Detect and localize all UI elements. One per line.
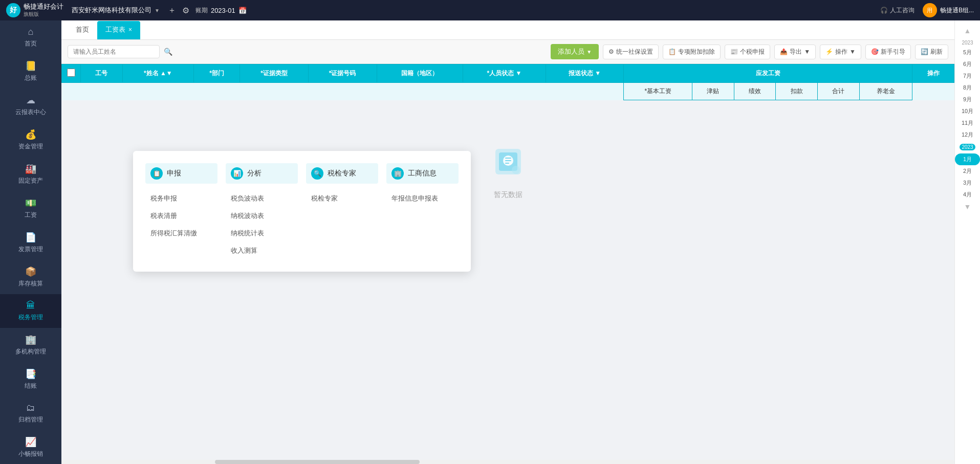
menu-item-income-tax[interactable]: 所得税汇算清缴 <box>145 225 217 242</box>
report-icon: 📈 <box>25 436 36 448</box>
expert-label: 税检专家 <box>311 194 338 202</box>
timeline-month-8[interactable]: 8月 <box>955 82 980 94</box>
tax-wave-label: 纳税波动表 <box>231 212 264 219</box>
analysis-title: 分析 <box>247 169 262 178</box>
timeline-month-11[interactable]: 11月 <box>955 117 980 129</box>
tab-home[interactable]: 首页 <box>68 21 97 39</box>
timeline-month-7[interactable]: 7月 <box>955 70 980 82</box>
sidebar-item-label: 发票管理 <box>18 245 43 254</box>
home-icon: ⌂ <box>28 27 34 37</box>
company-selector[interactable]: 西安虾米网络科技有限公司 ▼ <box>72 6 160 15</box>
sidebar-item-label: 库存核算 <box>18 279 43 288</box>
settings-icon[interactable]: ⚙ <box>182 6 189 15</box>
sub-col-pension: 养老金 <box>859 83 912 100</box>
add-icon[interactable]: ＋ <box>168 5 176 16</box>
spacer-header <box>62 83 624 100</box>
declare-section-title: 📋 申报 <box>145 163 217 184</box>
special-deduction-button[interactable]: 📋 专项附加扣除 <box>663 45 721 59</box>
service-label: 人工咨询 <box>890 6 914 15</box>
timeline-month-3[interactable]: 3月 <box>955 177 980 189</box>
timeline-up-nav[interactable]: ▲ <box>962 25 973 37</box>
menu-item-tax-stats[interactable]: 纳税统计表 <box>226 225 298 242</box>
tax-form-label: 税表清册 <box>150 212 177 219</box>
annual-report-label: 年报信息申报表 <box>391 194 438 202</box>
expert-icon: 🔍 <box>311 167 323 180</box>
tab-close-icon[interactable]: × <box>128 26 132 33</box>
sidebar-item-salary[interactable]: 💵 工资 <box>0 191 61 226</box>
col-wage-group: 应发工资 <box>624 64 912 83</box>
horizontal-scrollbar[interactable] <box>61 460 954 464</box>
user-area[interactable]: 用 畅捷通B组... <box>923 3 974 17</box>
timeline-month-5[interactable]: 5月 <box>955 47 980 58</box>
export-icon: 📤 <box>780 48 788 55</box>
refresh-button[interactable]: 🔄 刷新 <box>915 45 948 59</box>
add-person-button[interactable]: 添加人员 ▼ <box>551 44 599 59</box>
logo-icon: 好 <box>6 3 20 17</box>
sidebar-item-home[interactable]: ⌂ 首页 <box>0 20 61 54</box>
sidebar-item-cloud[interactable]: ☁ 云报表中心 <box>0 89 61 123</box>
col-action: 操作 <box>912 64 954 83</box>
menu-item-expert[interactable]: 税检专家 <box>306 190 378 207</box>
income-calc-label: 收入测算 <box>231 247 257 254</box>
sidebar-item-ledger[interactable]: 📒 总账 <box>0 54 61 89</box>
sidebar-item-inventory[interactable]: 📦 库存核算 <box>0 260 61 294</box>
sidebar-item-label: 归档管理 <box>18 415 43 424</box>
timeline-month-12[interactable]: 12月 <box>955 129 980 141</box>
menu-item-tax-declare[interactable]: 税务申报 <box>145 190 217 207</box>
sidebar-item-multi[interactable]: 🏢 多机构管理 <box>0 328 61 362</box>
calendar-icon[interactable]: 📅 <box>238 7 247 14</box>
search-icon[interactable]: 🔍 <box>164 48 172 56</box>
tab-salary[interactable]: 工资表 × <box>97 21 140 39</box>
service-button[interactable]: 🎧 人工咨询 <box>880 6 914 15</box>
col-dept: *部门 <box>193 64 239 83</box>
archive-icon: 🗂 <box>26 403 35 413</box>
menu-item-annual-report[interactable]: 年报信息申报表 <box>386 190 459 207</box>
menu-item-tax-burden[interactable]: 税负波动表 <box>226 190 298 207</box>
timeline-month-4[interactable]: 4月 <box>955 189 980 201</box>
svg-rect-5 <box>505 163 509 164</box>
assets-icon: 🏭 <box>25 163 36 174</box>
app-subtitle: 旗舰版 <box>24 11 63 18</box>
avatar: 用 <box>923 3 937 17</box>
menu-item-income-calc[interactable]: 收入测算 <box>226 242 298 259</box>
sidebar-item-funds[interactable]: 💰 资金管理 <box>0 123 61 157</box>
tab-salary-label: 工资表 <box>105 25 125 34</box>
top-bar-actions: ＋ ⚙ <box>168 5 189 16</box>
company-name: 西安虾米网络科技有限公司 <box>72 6 151 15</box>
col-status: *人员状态 ▼ <box>463 64 546 83</box>
select-all-checkbox[interactable] <box>67 69 75 77</box>
operate-button[interactable]: ⚡ 操作 ▼ <box>820 45 861 59</box>
timeline-month-2[interactable]: 2月 <box>955 165 980 177</box>
business-icon: 🏢 <box>391 167 404 180</box>
timeline-month-10[interactable]: 10月 <box>955 105 980 117</box>
sidebar-item-archive[interactable]: 🗂 归档管理 <box>0 396 61 430</box>
sidebar-item-report[interactable]: 📈 小畅报销 <box>0 430 61 464</box>
sidebar-item-invoice[interactable]: 📄 发票管理 <box>0 226 61 260</box>
search-input[interactable] <box>68 45 160 58</box>
timeline-month-6[interactable]: 6月 <box>955 58 980 70</box>
sidebar-item-assets[interactable]: 🏭 固定资产 <box>0 157 61 191</box>
svg-rect-3 <box>505 158 511 159</box>
social-insurance-button[interactable]: ⚙ 统一社保设置 <box>603 45 659 59</box>
timeline-down-nav[interactable]: ▼ <box>962 201 973 213</box>
select-all-header[interactable] <box>62 64 81 83</box>
export-button[interactable]: 📤 导出 ▼ <box>774 45 816 59</box>
sidebar-item-settlement[interactable]: 📑 结账 <box>0 362 61 396</box>
timeline-panel: ▲ 2023 5月 6月 7月 8月 9月 10月 11月 12月 2023 1… <box>954 20 980 464</box>
scrollbar-thumb[interactable] <box>215 460 420 464</box>
export-label: 导出 <box>790 48 802 56</box>
timeline-month-9[interactable]: 9月 <box>955 94 980 105</box>
period-label: 账期 <box>195 6 208 15</box>
multi-icon: 🏢 <box>25 334 36 345</box>
sub-col-base: *基本工资 <box>624 83 692 100</box>
guide-button[interactable]: 🎯 新手引导 <box>865 45 911 59</box>
menu-item-tax-form[interactable]: 税表清册 <box>145 207 217 225</box>
sidebar-item-tax[interactable]: 🏛 税务管理 <box>0 294 61 328</box>
cloud-icon: ☁ <box>26 95 35 106</box>
timeline-month-1[interactable]: 1月 <box>955 153 980 165</box>
col-name: *姓名 ▲▼ <box>122 64 193 83</box>
tax-declaration-button[interactable]: 📰 个税申报 <box>725 45 770 59</box>
empty-icon <box>488 141 529 182</box>
menu-item-tax-wave[interactable]: 纳税波动表 <box>226 207 298 225</box>
refresh-icon: 🔄 <box>921 48 928 55</box>
